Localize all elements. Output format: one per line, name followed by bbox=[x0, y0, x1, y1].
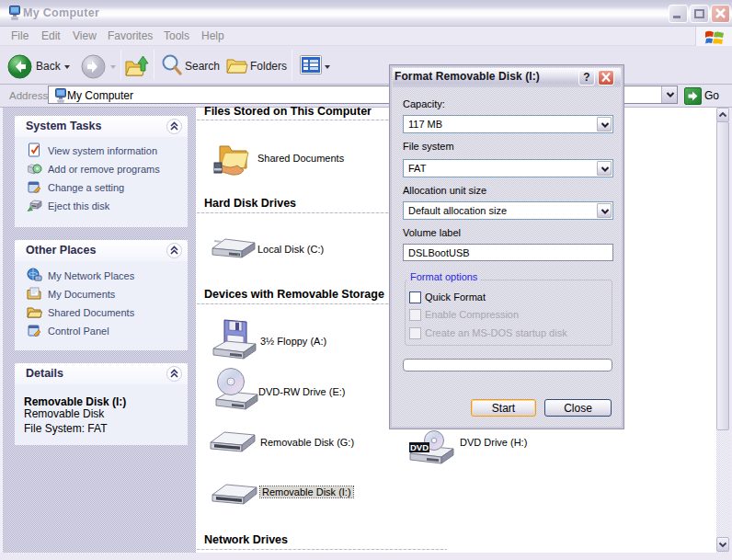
svg-text:DVD: DVD bbox=[410, 442, 429, 452]
